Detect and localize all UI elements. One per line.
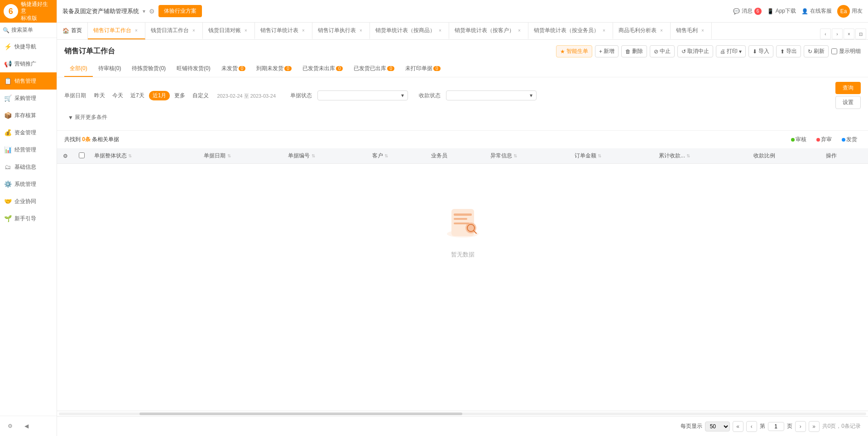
tab-sales-stats[interactable]: 销售订单统计表 × (255, 23, 312, 39)
sidebar-item-inventory[interactable]: 📦 库存核算 (0, 107, 57, 124)
scrollbar-thumb[interactable] (139, 412, 462, 415)
cancel-stop-btn[interactable]: ↺ 取消中止 (677, 45, 713, 57)
sidebar-item-marketing[interactable]: 📢 营销推广 (0, 55, 57, 72)
tab-expand-btn[interactable]: ⊡ (855, 28, 866, 39)
subtab-badge-not-shipped: 0 (239, 66, 246, 71)
sidebar-item-sales[interactable]: 📋 销售管理 (0, 72, 57, 90)
subtab-shipped-not-out[interactable]: 已发货未出库0 (297, 61, 349, 77)
sort-number-icon[interactable]: ⇅ (312, 153, 315, 158)
select-all-checkbox[interactable] (79, 152, 85, 158)
sort-status-icon[interactable]: ⇅ (128, 153, 132, 158)
tab-close-sales-workbench[interactable]: × (133, 28, 139, 34)
tab-next-btn[interactable]: › (832, 28, 843, 39)
th-checkbox[interactable] (73, 148, 90, 164)
tab-close-sales-gross[interactable]: × (700, 28, 706, 34)
industry-btn[interactable]: 体验行业方案 (158, 5, 202, 17)
tab-prev-btn[interactable]: ‹ (820, 28, 831, 39)
tab-sales-stats-staff[interactable]: 销货单统计表（按业务员） × (528, 23, 613, 39)
online-service-btn[interactable]: 👤 在线客服 (801, 7, 832, 15)
tab-sales-exec[interactable]: 销售订单执行表 × (312, 23, 370, 39)
sidebar-item-basic[interactable]: 🗂 基础信息 (0, 158, 57, 175)
page-size-select[interactable]: 50 100 200 (705, 422, 730, 431)
sidebar-item-newbie[interactable]: 🌱 新手引导 (0, 210, 57, 227)
shortcut-1month[interactable]: 近1月 (149, 91, 170, 100)
delete-btn[interactable]: 🗑 删除 (621, 45, 647, 57)
sort-date-icon[interactable]: ⇅ (227, 153, 231, 158)
first-page-btn[interactable]: « (733, 421, 743, 432)
subtab-not-printed[interactable]: 未打印单据0 (400, 61, 446, 77)
subtab-shipped-out[interactable]: 已发货已出库0 (348, 61, 400, 77)
sort-received-icon[interactable]: ⇅ (686, 153, 690, 158)
tab-sales-stats-goods[interactable]: 销货单统计表（按商品） × (370, 23, 449, 39)
tab-sales-gross[interactable]: 销售毛利 × (671, 23, 712, 39)
tab-goods-margin[interactable]: 商品毛利分析表 × (613, 23, 671, 39)
export-btn[interactable]: ⬆ 导出 (776, 45, 801, 57)
tab-close-sales-exec[interactable]: × (358, 28, 364, 34)
sidebar-item-purchase[interactable]: 🛒 采购管理 (0, 90, 57, 107)
dropdown-icon[interactable]: ▾ (143, 8, 145, 14)
tab-cash-reconcile[interactable]: 钱货日清对账 × (203, 23, 255, 39)
shortcut-yesterday[interactable]: 昨天 (91, 91, 108, 100)
show-detail-checkbox[interactable]: 显示明细 (831, 47, 861, 55)
sidebar-item-operations[interactable]: 📊 经营管理 (0, 141, 57, 158)
app-download-btn[interactable]: 📱 App下载 (767, 7, 796, 15)
smart-btn[interactable]: ★ 智能生单 (556, 45, 592, 57)
tab-close-sales-stats-goods[interactable]: × (437, 28, 443, 34)
sort-amount-icon[interactable]: ⇅ (598, 153, 601, 158)
tab-sales-workbench[interactable]: 销售订单工作台 × (88, 23, 145, 39)
sort-customer-icon[interactable]: ⇅ (384, 153, 388, 158)
shortcut-today[interactable]: 今天 (110, 91, 126, 100)
shortcut-more[interactable]: 更多 (172, 91, 188, 100)
subtab-pending-review[interactable]: 待审核(0) (93, 61, 127, 77)
th-abnormal: 异常信息 ⇅ (486, 148, 570, 164)
th-setting[interactable]: ⚙ (57, 148, 73, 164)
message-btn[interactable]: 💬 消息 6 (733, 7, 762, 15)
tab-sales-stats-customer[interactable]: 销货单统计表（按客户） × (449, 23, 528, 39)
review-btn[interactable]: 审核 (787, 134, 810, 145)
next-page-btn[interactable]: › (795, 421, 806, 432)
tab-close-sales-stats-staff[interactable]: × (601, 28, 607, 34)
tab-close-goods-margin[interactable]: × (658, 28, 665, 34)
settings-btn[interactable]: ⚙ (4, 420, 16, 432)
subtab-overdue-ship[interactable]: 到期未发货0 (251, 61, 297, 77)
tab-close-all-btn[interactable]: × (844, 28, 854, 39)
shortcut-custom[interactable]: 自定义 (190, 91, 211, 100)
sidebar-item-enterprise[interactable]: 🤝 企业协同 (0, 193, 57, 210)
collapse-btn[interactable]: ◀ (20, 420, 33, 432)
subtab-not-shipped[interactable]: 未发货0 (216, 61, 251, 77)
setting-btn[interactable]: 设置 (835, 96, 861, 109)
page-input[interactable] (768, 422, 784, 431)
payment-select[interactable]: ▾ (446, 90, 537, 100)
tab-close-cash-clear[interactable]: × (191, 28, 197, 34)
gear-icon[interactable]: ⚙ (149, 8, 155, 15)
prev-page-btn[interactable]: ‹ (746, 421, 757, 432)
sidebar-item-system[interactable]: ⚙️ 系统管理 (0, 175, 57, 193)
sidebar-search[interactable]: 🔍 搜索菜单 (0, 23, 57, 38)
status-select[interactable]: ▾ (317, 90, 408, 100)
tab-cash-clear[interactable]: 钱货日清工作台 × (145, 23, 203, 39)
query-btn[interactable]: 查询 (835, 82, 861, 94)
last-page-btn[interactable]: » (809, 421, 820, 432)
cancel-review-btn[interactable]: 弃审 (813, 134, 835, 145)
sidebar-item-finance[interactable]: 💰 资金管理 (0, 124, 57, 141)
subtab-all[interactable]: 全部(0) (64, 61, 93, 77)
horizontal-scrollbar[interactable] (57, 411, 868, 416)
tab-close-cash-reconcile[interactable]: × (243, 28, 249, 34)
detail-checkbox-input[interactable] (831, 48, 837, 54)
stop-btn[interactable]: ⊘ 中止 (650, 45, 675, 57)
expand-conditions-btn[interactable]: ▼ 展开更多条件 (64, 112, 111, 123)
refresh-btn[interactable]: ↻ 刷新 (804, 45, 829, 57)
import-btn[interactable]: ⬇ 导入 (748, 45, 773, 57)
tab-close-sales-stats-customer[interactable]: × (516, 28, 523, 34)
sidebar-item-quicknav[interactable]: ⚡ 快捷导航 (0, 38, 57, 55)
subtab-pending-inspect[interactable]: 待拣货验货(0) (126, 61, 171, 77)
tab-close-sales-stats[interactable]: × (300, 28, 307, 34)
user-menu[interactable]: Ea 用友 (837, 5, 863, 18)
print-btn[interactable]: 🖨 打印 ▾ (716, 45, 746, 57)
ship-btn[interactable]: 发货 (838, 134, 861, 145)
sort-abnormal-icon[interactable]: ⇅ (513, 153, 517, 158)
shortcut-7days[interactable]: 近7天 (128, 91, 147, 100)
add-btn[interactable]: + 新增 (595, 45, 619, 57)
tab-home[interactable]: 🏠 首页 (57, 23, 88, 39)
subtab-wangpu-ship[interactable]: 旺铺待发货(0) (171, 61, 216, 77)
